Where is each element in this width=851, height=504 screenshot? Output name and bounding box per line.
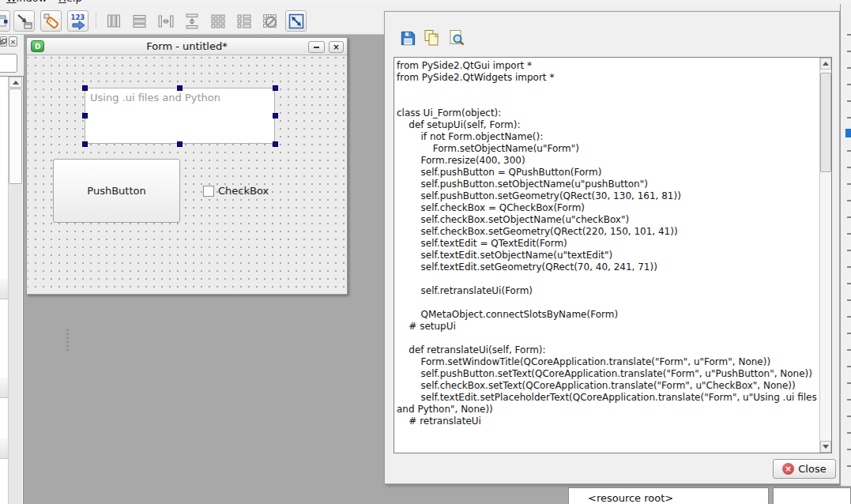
- layout-vertical-splitter-button[interactable]: [181, 10, 202, 32]
- selection-handle[interactable]: [273, 85, 278, 91]
- checkbox-label: CheckBox: [218, 185, 269, 197]
- selection-handle[interactable]: [177, 141, 183, 147]
- widget-box-search-input[interactable]: [0, 54, 17, 73]
- buddy-tag-icon: [42, 12, 61, 31]
- toolbar-separator: [96, 13, 96, 29]
- close-dialog-button[interactable]: × Close: [773, 459, 836, 479]
- form-close-button[interactable]: ×: [329, 41, 344, 53]
- scroll-down-button[interactable]: [820, 441, 831, 453]
- copy-icon: [422, 28, 441, 47]
- close-circle-icon: ×: [782, 463, 794, 475]
- arrow-up-icon: [823, 62, 829, 66]
- designed-checkbox[interactable]: CheckBox: [203, 175, 298, 207]
- close-panel-icon: ×: [10, 38, 17, 46]
- resource-browser-side-panel: [773, 487, 851, 504]
- menubar: Window Help: [0, 0, 851, 4]
- adjust-size-button[interactable]: [285, 10, 307, 32]
- edit-signals-slots-button[interactable]: [13, 10, 35, 32]
- widget-box-item[interactable]: [0, 438, 8, 459]
- layout-horizontal-bars-icon: [104, 12, 123, 31]
- designed-textedit[interactable]: Using .ui files and Python: [85, 88, 275, 144]
- float-panel-icon: [1, 39, 6, 44]
- edit-buddies-button[interactable]: [40, 10, 62, 32]
- form-minimize-button[interactable]: [308, 41, 325, 53]
- selected-row-fragment: [845, 129, 851, 137]
- menu-window[interactable]: Window: [6, 0, 47, 4]
- widget-box-item[interactable]: [0, 279, 8, 299]
- edit-tab-order-button[interactable]: 123: [67, 10, 88, 32]
- close-icon: ×: [333, 43, 339, 51]
- widget-box-item[interactable]: [0, 378, 8, 398]
- splitter-horizontal-icon: [156, 12, 175, 31]
- resource-root-item[interactable]: <resource root>: [588, 492, 673, 504]
- splitter-handle-dots: [66, 329, 69, 352]
- layout-vertically-button[interactable]: [129, 10, 150, 32]
- generated-code-view[interactable]: from PySide2.QtGui import * from PySide2…: [393, 57, 832, 453]
- form-designer-window: D Form - untitled* × Using .ui files and…: [26, 37, 348, 295]
- scroll-up-button[interactable]: [820, 58, 831, 70]
- break-layout-icon: [261, 12, 280, 31]
- save-button[interactable]: [397, 28, 418, 48]
- scroll-up-button[interactable]: [9, 77, 22, 88]
- form-window-title: Form - untitled*: [27, 40, 347, 52]
- tick-marks: [847, 34, 851, 480]
- selection-handle[interactable]: [273, 113, 278, 118]
- arrow-down-icon: [823, 445, 829, 449]
- code-scrollbar[interactable]: [819, 58, 831, 453]
- dock-float-button[interactable]: [0, 36, 7, 47]
- find-button[interactable]: [446, 28, 467, 48]
- layout-grid-button[interactable]: [207, 10, 228, 32]
- form-window-titlebar[interactable]: D Form - untitled* ×: [27, 38, 347, 55]
- svg-text:123: 123: [70, 13, 85, 21]
- layout-horizontally-button[interactable]: [103, 10, 124, 32]
- resource-browser-panel: <resource root>: [568, 487, 769, 504]
- edit-widgets-button[interactable]: [0, 10, 10, 32]
- scrollbar-thumb[interactable]: [9, 88, 22, 184]
- close-button-label: Close: [798, 463, 826, 475]
- save-icon: [399, 29, 417, 47]
- form-layout-icon: [235, 12, 254, 31]
- selection-handle[interactable]: [273, 141, 278, 147]
- adjust-size-icon: [287, 12, 306, 31]
- copy-button[interactable]: [421, 28, 442, 48]
- dock-close-button[interactable]: ×: [9, 36, 17, 47]
- widget-box-dock: ×: [0, 35, 24, 504]
- break-layout-button[interactable]: [259, 10, 281, 32]
- right-edge-dock-fragment: [840, 4, 851, 486]
- textedit-placeholder: Using .ui files and Python: [90, 92, 220, 103]
- selection-handle[interactable]: [177, 85, 183, 91]
- designed-pushbutton[interactable]: PushButton: [53, 159, 180, 223]
- selection-handle[interactable]: [82, 85, 88, 91]
- minimize-icon: [314, 47, 319, 48]
- checkbox-indicator[interactable]: [203, 186, 214, 197]
- selection-handle[interactable]: [82, 113, 88, 118]
- signal-slot-arrow-icon: [15, 12, 34, 31]
- widget-box-scrollbar[interactable]: [8, 77, 22, 504]
- code-preview-dialog: from PySide2.QtGui import * from PySide2…: [384, 11, 840, 484]
- layout-horizontal-splitter-button[interactable]: [155, 10, 176, 32]
- edit-widgets-icon: [0, 12, 9, 31]
- find-icon: [447, 28, 466, 47]
- scrollbar-thumb[interactable]: [820, 73, 831, 172]
- tab-order-123-icon: 123: [69, 12, 88, 31]
- menu-help[interactable]: Help: [58, 0, 82, 4]
- widget-box-list[interactable]: [0, 76, 24, 504]
- pushbutton-label: PushButton: [87, 185, 145, 197]
- selection-handle[interactable]: [82, 141, 88, 147]
- layout-form-button[interactable]: [233, 10, 254, 32]
- arrow-up-icon: [13, 81, 19, 85]
- splitter-vertical-icon: [183, 12, 201, 31]
- grid-layout-icon: [209, 12, 228, 31]
- layout-vertical-bars-icon: [130, 12, 149, 31]
- generated-python-code[interactable]: from PySide2.QtGui import * from PySide2…: [394, 58, 831, 430]
